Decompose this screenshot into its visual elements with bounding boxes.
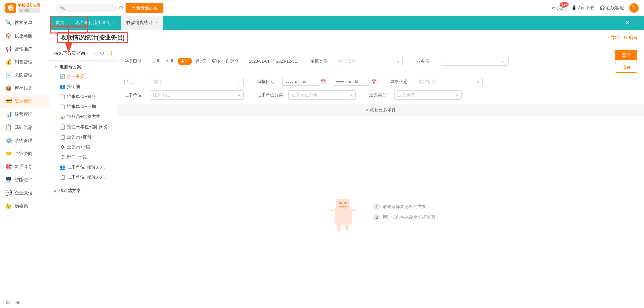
sidebar-item-label: 企业微信 [15, 190, 32, 196]
sidebar-item-quicknav[interactable]: 🏠 快捷导航 [0, 29, 50, 42]
online-service-button[interactable]: 🎧 在线客服 [600, 5, 624, 11]
inventory-icon: 📦 [5, 85, 12, 91]
partner-more-icon[interactable]: ··· [236, 92, 240, 98]
condition-row-3: 往来单位 往来单位 ··· 往来单位分类 往来单位分类 ∨ 业务类型 业务类型 [124, 90, 637, 100]
sidebar-item-search[interactable]: 🔍 搜索菜单 [0, 16, 50, 29]
close-all-tabs-btn[interactable]: ✕ [625, 19, 630, 27]
partner-account-icon: 📋 [60, 94, 65, 99]
sidebar-item-basic[interactable]: 📋 基础信息 [0, 121, 50, 134]
sidebar-item-guide[interactable]: 🎯 新手引导 [0, 160, 50, 173]
header-search: 🔍 ⚙ 体验行业方案 [56, 3, 552, 13]
svg-rect-6 [352, 209, 357, 211]
scheme-item-sales-account[interactable]: 📋 业务员+账号 [50, 132, 117, 142]
date-btn-lastmonth[interactable]: 上月 [150, 58, 162, 65]
partner-type-chevron: ∨ [349, 93, 353, 98]
review-date-label: 审核日期 [257, 79, 277, 85]
sidebar-item-system[interactable]: ⚙️ 系统管理 [0, 134, 50, 147]
partner-type-select[interactable]: 往来单位分类 ∨ [288, 90, 356, 100]
scheme-item-detail[interactable]: 👥 按明细 [50, 82, 117, 92]
date-btn-more[interactable]: 更多 [210, 58, 222, 65]
svg-point-3 [344, 202, 347, 204]
sales-date-icon: ⚙ [60, 144, 65, 150]
sidebar-item-hardware[interactable]: 🖥️ 智能硬件 [0, 173, 50, 186]
refresh-button[interactable]: ↻ 刷新 [624, 35, 637, 41]
dept-date-icon: ⏱ [60, 154, 65, 160]
collapse-scheme-btn[interactable]: 《 [107, 49, 113, 57]
export-button[interactable]: ↑ 导出 [607, 35, 620, 41]
more-options-icon[interactable]: ··· [502, 59, 506, 64]
sidebar-item-label: 经营管理 [15, 111, 32, 117]
scheme-item-label: 业务员+账号 [67, 134, 92, 140]
settings-bottom-icon[interactable]: ⚙ [5, 299, 10, 305]
tab-collection-stats[interactable]: 收款情况统计 × [121, 16, 163, 30]
review-date-group: 📅 — 📅 [282, 78, 377, 86]
page-title: 收款情况统计(按业务员) [57, 32, 128, 43]
app-download-button[interactable]: 📱 App下载 [571, 5, 594, 11]
scheme-settings-btn[interactable]: ⚙ [99, 49, 105, 57]
sidebar-item-label: 销售管理 [15, 59, 32, 65]
collapse-sidebar-icon[interactable]: ◀ [15, 299, 19, 305]
expand-tab-btn[interactable]: ⛶ [633, 19, 639, 27]
sidebar-item-management[interactable]: 📊 经营管理 [0, 108, 50, 121]
scheme-item-partner-settle1[interactable]: 👥 往来单位+结算方式 [50, 162, 117, 172]
date-btn-thisyear[interactable]: 本年 [178, 58, 192, 65]
sidebar-item-purchase[interactable]: 🛒 采购管理 [0, 68, 50, 82]
message-button[interactable]: ✉ 消息 99+ [552, 5, 566, 11]
tab-close-bank[interactable]: × [113, 21, 115, 25]
tip-1: 1 请先选择要分析的方案 [373, 203, 435, 210]
gear-icon[interactable]: ⚙ [119, 5, 123, 11]
scheme-group-pc-header[interactable]: ▼ 电脑端方案 [50, 63, 117, 71]
service-icon: 🎧 [600, 5, 605, 10]
sidebar-item-member[interactable]: 👑 畅会员 [0, 199, 50, 212]
user-avatar[interactable]: Rit [629, 3, 639, 13]
query-button[interactable]: 查询 [615, 50, 637, 60]
dept-select[interactable]: 部门 ∨ [150, 77, 244, 86]
scheme-item-sales-date[interactable]: ⚙ 业务员+日期 [50, 142, 117, 152]
salesperson-select[interactable]: ··· [442, 57, 509, 66]
scheme-item-partner-dept[interactable]: 📋 按往来单位+部门+收... [50, 122, 117, 132]
biz-type-select[interactable]: 业务类型 ∨ [394, 90, 462, 100]
scheme-group-mobile-header[interactable]: ▶ 移动端方案 [50, 186, 117, 195]
doc-type-select[interactable]: 单据类型 ∨ [336, 57, 403, 66]
sidebar-item-weixin[interactable]: 💬 企业微信 [0, 186, 50, 199]
sidebar-item-marketing[interactable]: 📢 营销推广 [0, 42, 50, 55]
date-btn-thismonth[interactable]: 本月 [164, 58, 176, 65]
partner-select[interactable]: 往来单位 ··· [150, 90, 244, 100]
tab-home[interactable]: 首页 [50, 16, 70, 30]
scheme-item-partner-settle2[interactable]: 📋 往来单位+结算方式 [50, 172, 117, 182]
sidebar-item-sales[interactable]: 💰 销售管理 [0, 55, 50, 68]
sidebar-item-collab[interactable]: 🤝 企业协同 [0, 147, 50, 160]
search-box[interactable]: 🔍 [56, 4, 116, 12]
scheme-panel: 按以下方案查询 + ⚙ 《 ▼ 电脑端方案 🔄 按业务员 [50, 46, 117, 308]
sidebar-item-label: 智能硬件 [15, 177, 32, 183]
scheme-item-partner-account[interactable]: 📋 往来单位+账号 [50, 92, 117, 102]
tab-label: 收款情况统计 [126, 20, 153, 26]
sidebar-item-finance[interactable]: 💳 资金管理 [0, 95, 50, 108]
mobile-icon: 📱 [571, 5, 577, 10]
collapse-bar[interactable]: ∧ 收起更多条件 [117, 104, 644, 116]
calendar-icon-to[interactable]: 📅 [371, 79, 377, 84]
review-date-from[interactable] [282, 78, 319, 86]
scheme-item-dept-date[interactable]: ⏱ 部门+日期 [50, 152, 117, 162]
date-btn-7days[interactable]: 近7天 [193, 58, 208, 65]
settings-button[interactable]: 设置 [615, 62, 637, 73]
review-date-to[interactable] [333, 78, 370, 86]
sales-icon: 💰 [5, 59, 12, 65]
doc-status-select[interactable]: 单据状态 ∨ [416, 77, 483, 86]
scheme-item-sales-settle[interactable]: 📊 业务员+结算方式 [50, 112, 117, 122]
add-scheme-btn[interactable]: + [93, 49, 97, 57]
marketing-icon: 📢 [5, 46, 12, 52]
scheme-item-partner-date[interactable]: 📋 往来单位+日期 [50, 102, 117, 112]
refresh-icon: ↻ [624, 35, 627, 40]
robot-illustration [326, 192, 360, 232]
tab-close-stats[interactable]: × [155, 21, 158, 25]
scheme-item-salesperson[interactable]: 🔄 按业务员 [50, 71, 117, 82]
trial-button[interactable]: 体验行业方案 [126, 3, 163, 13]
date-btn-custom[interactable]: 自定义 [224, 58, 241, 65]
scheme-item-label: 往来单位+账号 [67, 94, 96, 100]
scheme-item-label: 按业务员 [67, 73, 85, 80]
sidebar-item-inventory[interactable]: 📦 库存核算 [0, 82, 50, 95]
tab-bank-flow[interactable]: 现金银行流水查询 × [70, 16, 121, 30]
date-label: 单据日期 [124, 58, 144, 64]
calendar-icon-from[interactable]: 📅 [321, 79, 326, 84]
